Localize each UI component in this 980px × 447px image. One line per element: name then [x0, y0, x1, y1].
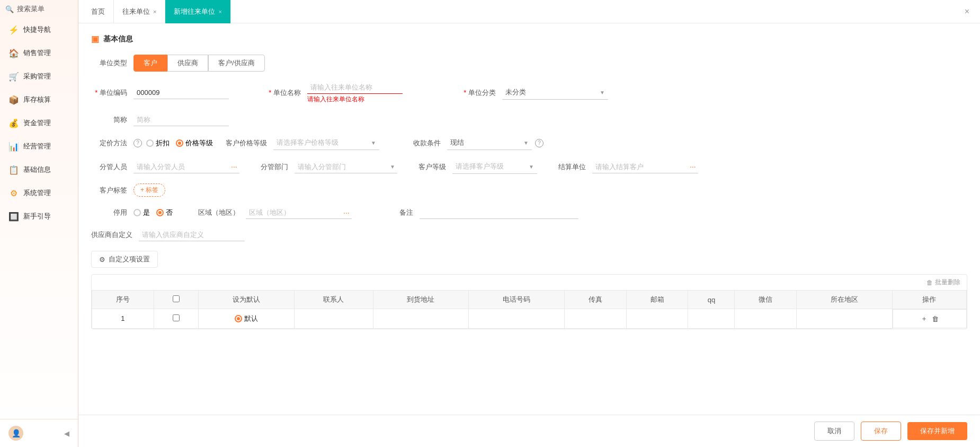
pricing-radio-discount[interactable]: 折扣 [146, 138, 170, 148]
tab-bar-close-all[interactable]: × [958, 7, 976, 16]
tab-new-partner[interactable]: 新增往来单位 × [165, 0, 230, 23]
th-checkbox [154, 291, 198, 309]
unit-type-both[interactable]: 客户/供应商 [208, 55, 265, 72]
sidebar-item-system[interactable]: ⚙ 系统管理 [0, 181, 78, 205]
sidebar-item-quick-nav[interactable]: ⚡ 快捷导航 [0, 18, 78, 41]
sidebar-item-ops[interactable]: 📊 经营管理 [0, 135, 78, 158]
settlement-more-btn[interactable]: ··· [688, 162, 698, 171]
sidebar-item-label: 采购管理 [23, 72, 51, 81]
unit-name-input[interactable] [307, 81, 403, 94]
th-phone: 电话号码 [469, 291, 565, 309]
stop-no-circle [156, 209, 164, 216]
form-row-tags: 客户标签 + 标签 [91, 183, 967, 197]
custom-setting-gear-icon: ⚙ [99, 256, 105, 264]
unit-type-customer[interactable]: 客户 [133, 55, 167, 72]
unit-code-input[interactable] [133, 86, 229, 99]
th-wechat: 微信 [735, 291, 797, 309]
sidebar-item-basic[interactable]: 📋 基础信息 [0, 158, 78, 181]
th-seq: 序号 [92, 291, 154, 309]
content-area: ▣ 基本信息 单位类型 客户 供应商 客户/供应商 单位编码 单位名称 请 [78, 23, 980, 415]
alias-input[interactable] [133, 113, 229, 126]
unit-type-supplier[interactable]: 供应商 [167, 55, 208, 72]
area-input[interactable] [246, 206, 341, 218]
table-section: 🗑 批量删除 序号 设为默认 联系人 到货地址 电话号码 传真 邮箱 qq [91, 274, 967, 329]
tab-partners-close[interactable]: × [153, 8, 156, 15]
row-default-label: 默认 [244, 314, 258, 323]
customer-price-select[interactable]: 请选择客户价格等级 ▼ [273, 136, 379, 150]
add-tag-button[interactable]: + 标签 [133, 183, 165, 197]
user-avatar-icon: 👤 [8, 426, 23, 441]
cancel-button[interactable]: 取消 [814, 422, 854, 441]
save-button[interactable]: 保存 [861, 422, 901, 441]
sidebar-item-label: 经营管理 [23, 142, 51, 151]
sidebar-item-guide[interactable]: 🔲 新手引导 [0, 205, 78, 228]
sidebar-item-label: 基础信息 [23, 165, 51, 174]
area-more-btn[interactable]: ··· [341, 208, 352, 217]
custom-setting-button[interactable]: ⚙ 自定义项设置 [91, 251, 158, 268]
customer-price-placeholder: 请选择客户价格等级 [277, 138, 369, 147]
batch-delete-icon: 🗑 [926, 279, 933, 286]
pricing-help-icon[interactable]: ? [133, 139, 142, 147]
manager-more-btn[interactable]: ··· [229, 162, 239, 171]
row-delete-btn[interactable]: 🗑 [932, 315, 939, 323]
expand-icon[interactable]: ◀ [64, 430, 69, 437]
supplier-custom-input[interactable] [139, 229, 245, 241]
payment-value: 现结 [450, 138, 521, 147]
customer-grade-label: 客户等级 [410, 162, 452, 172]
manager-label: 分管人员 [91, 162, 133, 172]
manager-input[interactable] [133, 161, 229, 173]
batch-delete-btn[interactable]: 🗑 批量删除 [926, 278, 960, 287]
table-row: 1 默认 [92, 309, 967, 329]
unit-type-row: 单位类型 客户 供应商 客户/供应商 [91, 55, 967, 72]
th-fax: 传真 [565, 291, 627, 309]
sidebar-item-label: 系统管理 [23, 188, 51, 198]
settlement-input[interactable] [592, 161, 688, 173]
sidebar-item-finance[interactable]: 💰 资金管理 [0, 111, 78, 135]
row-default-radio[interactable]: 默认 [204, 314, 289, 323]
save-new-button[interactable]: 保存并新增 [907, 422, 967, 440]
stop-radio-no[interactable]: 否 [156, 208, 173, 217]
row-checkbox-input[interactable] [173, 314, 180, 321]
select-all-checkbox[interactable] [173, 295, 180, 302]
tab-partners[interactable]: 往来单位 × [114, 0, 165, 23]
th-address: 到货地址 [373, 291, 469, 309]
settlement-label: 结算单位 [550, 162, 592, 172]
tab-home[interactable]: 首页 [83, 0, 114, 23]
sidebar-item-purchase[interactable]: 🛒 采购管理 [0, 65, 78, 88]
th-default: 设为默认 [198, 291, 294, 309]
form-row-alias: 简称 [91, 113, 967, 126]
row-default-circle [235, 315, 242, 322]
sidebar-item-search[interactable]: 🔍 搜索菜单 [0, 0, 78, 18]
payment-select[interactable]: 现结 ▼ [447, 136, 532, 150]
stop-yes-circle [133, 209, 141, 216]
sidebar-item-inventory[interactable]: 📦 库存核算 [0, 88, 78, 111]
tab-new-partner-label: 新增往来单位 [174, 7, 215, 16]
form-row-manager: 分管人员 ··· 分管部门 ▼ 客户等级 请选择客户等级 ▼ 结算单位 ··· [91, 160, 967, 174]
tab-new-partner-close[interactable]: × [218, 8, 221, 15]
pricing-label: 定价方法 [91, 138, 133, 148]
customer-grade-select[interactable]: 请选择客户等级 ▼ [452, 160, 537, 174]
footer: 取消 保存 保存并新增 [78, 415, 980, 447]
th-region: 所在地区 [796, 291, 892, 309]
unit-category-select[interactable]: 未分类 ▼ [502, 85, 608, 100]
row-actions: ＋ 🗑 [893, 309, 967, 328]
stop-radio-yes[interactable]: 是 [133, 208, 150, 217]
custom-setting-label: 自定义项设置 [109, 255, 150, 264]
sidebar-item-label: 快捷导航 [23, 25, 51, 34]
tab-bar: 首页 往来单位 × 新增往来单位 × × [78, 0, 980, 23]
form-row-stop: 停用 是 否 区域（地区） ··· 备注 [91, 206, 967, 219]
remark-label: 备注 [377, 208, 420, 217]
payment-help-icon[interactable]: ? [535, 139, 544, 147]
row-add-btn[interactable]: ＋ [921, 314, 928, 323]
tag-label: 客户标签 [91, 186, 133, 195]
sidebar-item-sales[interactable]: 🏠 销售管理 [0, 41, 78, 65]
sidebar-item-label: 搜索菜单 [17, 4, 44, 14]
sales-icon: 🏠 [8, 48, 19, 58]
row-default: 默认 [198, 309, 294, 329]
remark-input[interactable] [420, 206, 578, 219]
dept-input[interactable] [295, 161, 390, 173]
row-qq [688, 309, 735, 329]
stop-yes-label: 是 [143, 208, 150, 217]
pricing-radio-grade[interactable]: 价格等级 [176, 138, 213, 148]
customer-grade-chevron: ▼ [529, 164, 534, 170]
